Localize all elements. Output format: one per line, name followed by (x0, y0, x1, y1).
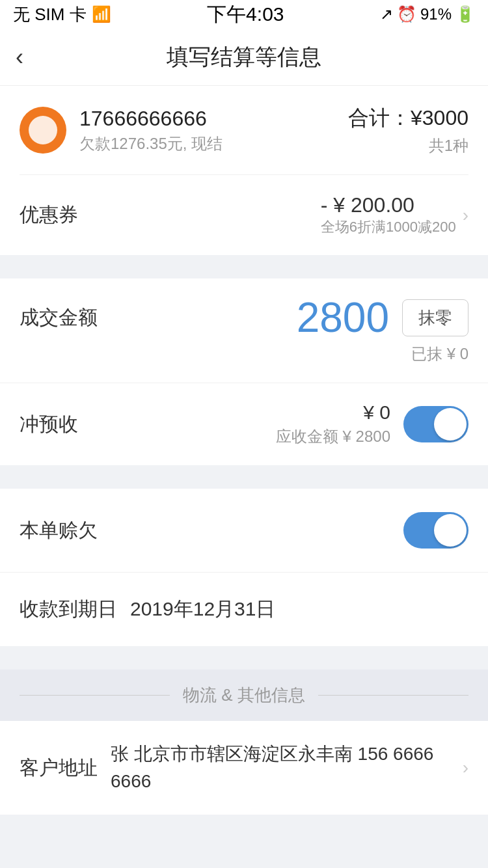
address-label: 客户地址 (20, 755, 98, 781)
customer-right: 合计：¥3000 共1种 (348, 104, 468, 156)
battery-icon: 🔋 (455, 5, 475, 23)
customer-card: 17666666666 欠款1276.35元, 现结 合计：¥3000 共1种 … (0, 86, 488, 255)
status-right: ↗ ⏰ 91% 🔋 (380, 5, 475, 23)
bad-debt-card: 本单赊欠 收款到期日 2019年12月31日 (0, 489, 488, 646)
back-button[interactable]: ‹ (16, 44, 23, 71)
status-bar: 无 SIM 卡 📶 下午4:03 ↗ ⏰ 91% 🔋 (0, 0, 488, 29)
avatar (20, 107, 66, 154)
logistics-line-left (20, 695, 170, 696)
logistics-line-right (318, 695, 468, 696)
coupon-desc: 全场6折满1000减200 (321, 217, 456, 237)
customer-left: 17666666666 欠款1276.35元, 现结 (20, 107, 223, 154)
toggle-circle (434, 408, 467, 441)
due-date-value: 2019年12月31日 (130, 596, 275, 623)
bad-debt-row: 本单赊欠 (0, 489, 488, 572)
due-date-row: 收款到期日 2019年12月31日 (0, 572, 488, 646)
charge-amount: ¥ 0 (276, 401, 390, 424)
nav-bar: ‹ 填写结算等信息 (0, 29, 488, 86)
due-date-label: 收款到期日 (20, 596, 117, 623)
empty-area (0, 815, 488, 868)
charge-sub: 应收金额 ¥ 2800 (276, 426, 390, 447)
chevron-right-icon: › (463, 205, 468, 226)
location-icon: ↗ (380, 5, 393, 23)
charge-amount-wrap: ¥ 0 应收金额 ¥ 2800 (276, 401, 390, 447)
deal-amount-wrap: 2800 抹零 (297, 297, 468, 338)
total-amount: 合计：¥3000 (348, 104, 468, 133)
coupon-row[interactable]: 优惠券 - ¥ 200.00 全场6折满1000减200 › (0, 175, 488, 255)
coupon-label: 优惠券 (20, 202, 78, 228)
total-count: 共1种 (348, 135, 468, 156)
round-button[interactable]: 抹零 (402, 299, 468, 336)
customer-info: 17666666666 欠款1276.35元, 现结 (79, 107, 223, 154)
battery-text: 91% (420, 5, 452, 23)
avatar-icon (29, 116, 57, 144)
coupon-discount: - ¥ 200.00 (321, 193, 456, 217)
toggle-circle-2 (434, 514, 467, 547)
address-chevron-icon: › (463, 757, 468, 778)
alarm-icon: ⏰ (397, 5, 416, 23)
deal-section: 成交金额 2800 抹零 已抹 ¥ 0 (0, 278, 488, 383)
page-title: 填写结算等信息 (167, 42, 321, 72)
deal-sub: 已抹 ¥ 0 (20, 344, 468, 364)
carrier-text: 无 SIM 卡 (13, 3, 87, 26)
customer-sub: 欠款1276.35元, 现结 (79, 133, 223, 154)
section-gap-2 (0, 476, 488, 489)
logistics-text: 物流 & 其他信息 (183, 684, 305, 707)
customer-phone: 17666666666 (79, 107, 223, 131)
deal-label: 成交金额 (20, 305, 98, 331)
status-time: 下午4:03 (207, 1, 284, 28)
logistics-separator: 物流 & 其他信息 (0, 670, 488, 721)
section-gap-3 (0, 657, 488, 670)
charge-toggle[interactable] (403, 406, 468, 442)
address-row[interactable]: 客户地址 张 北京市市辖区海淀区永丰南 156 6666 6666 › (0, 721, 488, 815)
deal-card: 成交金额 2800 抹零 已抹 ¥ 0 冲预收 ¥ 0 应收金额 ¥ 2800 (0, 278, 488, 465)
address-value: 张 北京市市辖区海淀区永丰南 156 6666 6666 (111, 740, 463, 795)
charge-right: ¥ 0 应收金额 ¥ 2800 (276, 401, 468, 447)
deal-row: 成交金额 2800 抹零 (20, 297, 468, 338)
charge-row: 冲预收 ¥ 0 应收金额 ¥ 2800 (0, 383, 488, 465)
deal-amount: 2800 (297, 297, 389, 338)
content-area: 17666666666 欠款1276.35元, 现结 合计：¥3000 共1种 … (0, 86, 488, 868)
bad-debt-label: 本单赊欠 (20, 517, 98, 544)
charge-label: 冲预收 (20, 411, 78, 438)
status-left: 无 SIM 卡 📶 (13, 3, 111, 26)
section-gap-1 (0, 265, 488, 278)
wifi-icon: 📶 (92, 5, 111, 23)
bad-debt-toggle[interactable] (403, 512, 468, 549)
coupon-right: - ¥ 200.00 全场6折满1000减200 › (321, 193, 468, 237)
customer-row: 17666666666 欠款1276.35元, 现结 合计：¥3000 共1种 (0, 86, 488, 174)
